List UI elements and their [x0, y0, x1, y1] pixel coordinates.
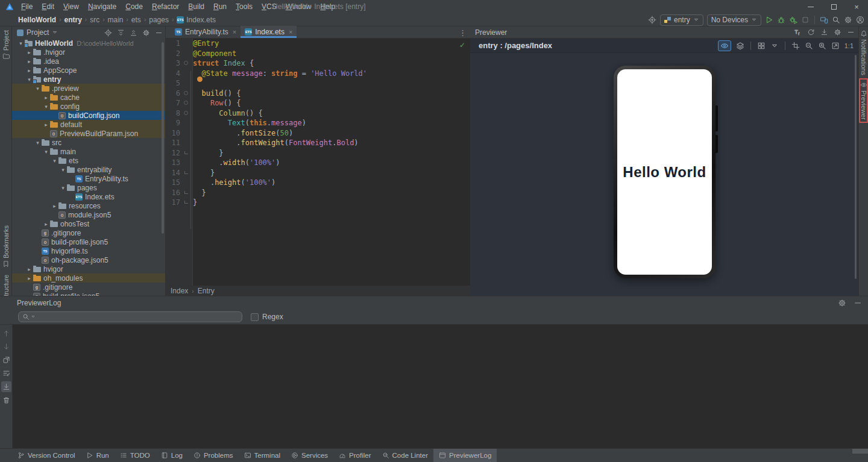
fold-start-icon[interactable] — [184, 111, 188, 115]
settings-gear-icon[interactable] — [844, 16, 852, 24]
fold-start-icon[interactable] — [184, 101, 188, 105]
breadcrumb-item[interactable]: main — [108, 16, 124, 24]
fit-screen-icon[interactable] — [831, 42, 840, 50]
editor-tab-entryability-ts[interactable]: TSEntryAbility.ts× — [171, 26, 241, 38]
tree-chevron-icon[interactable]: ▸ — [51, 203, 58, 209]
menu-refactor[interactable]: Refactor — [149, 2, 181, 11]
tree-chevron-icon[interactable]: ▾ — [34, 140, 42, 146]
tree-chevron-icon[interactable]: ▾ — [42, 104, 50, 110]
statusbar-problems[interactable]: Problems — [188, 449, 239, 462]
bookmarks-tool-button[interactable]: Bookmarks — [0, 225, 11, 267]
breadcrumb-item[interactable]: Index — [171, 287, 188, 295]
log-search-box[interactable] — [18, 311, 242, 322]
menu-build[interactable]: Build — [186, 2, 207, 11]
tree-item-entryability[interactable]: ▾entryability — [12, 165, 166, 174]
breadcrumb-item[interactable]: ets — [131, 16, 141, 24]
tree-item-hvigor[interactable]: ▸hvigor — [12, 264, 166, 273]
tree-item--gitignore[interactable]: g.gitignore — [12, 283, 166, 292]
regex-checkbox[interactable] — [251, 313, 259, 321]
tree-item-oh-modules[interactable]: ▸oh_modules — [12, 273, 166, 283]
tree-item--gitignore[interactable]: g.gitignore — [12, 228, 166, 237]
tree-chevron-icon[interactable]: ▾ — [51, 158, 58, 164]
scroll-up-icon[interactable] — [2, 329, 10, 337]
locate-file-icon[interactable] — [104, 29, 112, 37]
tree-chevron-icon[interactable]: ▸ — [25, 275, 33, 281]
breadcrumb-item[interactable]: HelloWorld — [18, 16, 56, 24]
tree-item-buildconfig-json[interactable]: {}buildConfig.json — [12, 111, 166, 120]
tree-item-build-profile-json5[interactable]: {}build-profile.json5 — [12, 292, 166, 296]
menu-file[interactable]: File — [19, 2, 35, 11]
chevron-down-icon[interactable] — [770, 42, 779, 50]
statusbar-log[interactable]: Log — [156, 449, 188, 462]
regex-option[interactable]: Regex — [251, 313, 283, 321]
tree-item-default[interactable]: ▸default — [12, 120, 166, 129]
breadcrumb-item[interactable]: src — [90, 16, 99, 24]
breadcrumb-item[interactable]: entry — [64, 16, 81, 24]
statusbar-run[interactable]: Run — [81, 449, 115, 462]
fold-end-icon[interactable] — [184, 171, 188, 174]
fold-marker[interactable] — [180, 58, 193, 69]
scroll-down-icon[interactable] — [2, 343, 10, 351]
tree-item-index-ets[interactable]: ETSIndex.ets — [12, 192, 166, 201]
tree-item-entryability-ts[interactable]: TSEntryAbility.ts — [12, 174, 166, 183]
statusbar-services[interactable]: Services — [286, 449, 333, 462]
zoom-in-icon[interactable] — [818, 42, 826, 50]
previewer-scrollbar[interactable] — [855, 55, 857, 279]
project-tree-scrollbar[interactable] — [162, 42, 164, 234]
log-settings-gear-icon[interactable] — [838, 299, 846, 307]
tree-item-src[interactable]: ▾src — [12, 138, 166, 147]
tree-chevron-icon[interactable]: ▸ — [42, 95, 50, 101]
tree-item-resources[interactable]: ▸resources — [12, 201, 166, 210]
run-button[interactable] — [765, 16, 773, 24]
statusbar-todo[interactable]: TODO — [115, 449, 156, 462]
debug-button[interactable] — [777, 16, 785, 24]
component-tree-icon[interactable] — [736, 42, 744, 50]
tree-chevron-icon[interactable]: ▾ — [42, 149, 50, 155]
tab-close-icon[interactable]: × — [289, 28, 292, 36]
hide-previewer-icon[interactable] — [847, 28, 855, 36]
statusbar-previewerlog[interactable]: PreviewerLog — [433, 449, 497, 462]
tree-chevron-icon[interactable]: ▾ — [34, 86, 42, 92]
menu-code[interactable]: Code — [123, 2, 145, 11]
tree-item-ets[interactable]: ▾ets — [12, 156, 166, 165]
frame-select-icon[interactable] — [791, 42, 800, 50]
statusbar-profiler[interactable]: Profiler — [333, 449, 376, 462]
dock-icon[interactable] — [820, 28, 828, 36]
run-config-select[interactable]: entry — [660, 14, 703, 26]
tab-close-icon[interactable]: × — [233, 28, 236, 36]
statusbar-version-control[interactable]: Version Control — [12, 449, 81, 462]
tree-item-appscope[interactable]: ▸AppScope — [12, 66, 166, 75]
tree-item-entry[interactable]: ▾entry — [12, 75, 166, 84]
statusbar-code-linter[interactable]: Code Linter — [377, 449, 433, 462]
device-screen[interactable]: Hello World — [617, 69, 712, 275]
tree-item-build-profile-json5[interactable]: {}build-profile.json5 — [12, 237, 166, 246]
tree-item--idea[interactable]: ▸.idea — [12, 57, 166, 66]
intention-dot-icon[interactable] — [197, 76, 203, 82]
project-panel-title[interactable]: Project — [27, 28, 49, 37]
tree-item-pages[interactable]: ▾pages — [12, 183, 166, 192]
soft-wrap-icon[interactable] — [2, 369, 10, 377]
log-search-input[interactable] — [37, 313, 238, 321]
tree-item-oh-package-json5[interactable]: {}oh-package.json5 — [12, 255, 166, 264]
tree-chevron-icon[interactable]: ▸ — [25, 67, 33, 73]
hide-panel-icon[interactable] — [155, 29, 163, 37]
breadcrumb-item[interactable]: pages — [149, 16, 169, 24]
editor-tab-index-ets[interactable]: ETSIndex.ets× — [241, 26, 297, 38]
tree-chevron-icon[interactable]: ▸ — [25, 266, 33, 272]
search-history-caret-icon[interactable] — [31, 314, 36, 319]
previewer-canvas[interactable]: Hello World — [470, 54, 858, 296]
tree-chevron-icon[interactable]: ▸ — [25, 49, 33, 55]
minimize-button[interactable] — [799, 0, 822, 13]
profile-debug-button[interactable] — [789, 16, 797, 24]
tree-item-previewbuildparam-json[interactable]: {}PreviewBuildParam.json — [12, 129, 166, 138]
clear-log-icon[interactable] — [2, 396, 10, 404]
preview-mode-button[interactable] — [718, 40, 731, 51]
tree-chevron-icon[interactable]: ▸ — [25, 58, 33, 64]
collapse-all-icon[interactable] — [130, 29, 137, 37]
account-icon[interactable] — [856, 16, 864, 24]
fold-end-icon[interactable] — [184, 201, 188, 204]
tree-chevron-icon[interactable]: ▸ — [42, 221, 50, 227]
tree-chevron-icon[interactable]: ▾ — [59, 167, 67, 173]
refresh-icon[interactable] — [807, 28, 815, 36]
menu-view[interactable]: View — [61, 2, 81, 11]
